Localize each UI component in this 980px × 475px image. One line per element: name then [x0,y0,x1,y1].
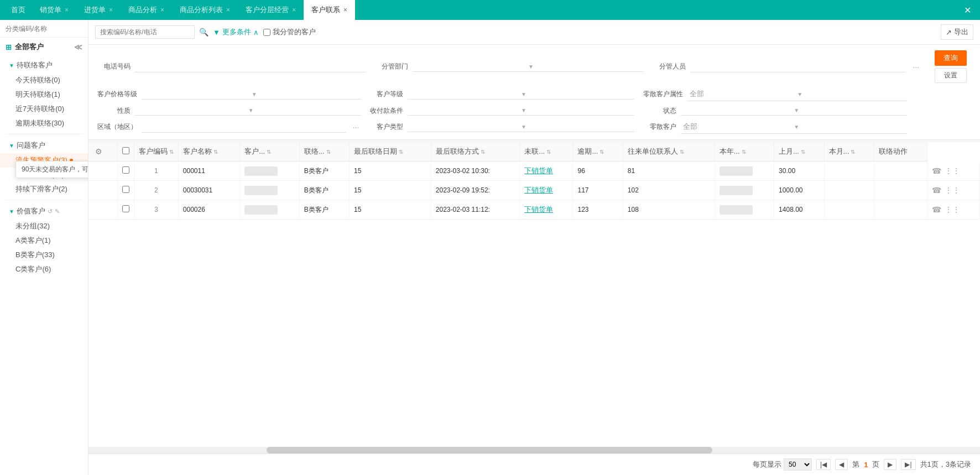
current-page: 1 [864,461,868,469]
sort-icon-uncontacted[interactable]: ⇅ [546,149,551,155]
sort-icon-last-month[interactable]: ⇅ [801,149,805,155]
close-window-button[interactable]: ✕ [960,5,976,15]
main-search-input[interactable] [95,25,195,39]
first-page-button[interactable]: |◀ [816,459,831,470]
filter-region-input[interactable] [142,121,346,133]
more-action-icon[interactable]: ⋮⋮ [945,166,960,175]
more-action-icon[interactable]: ⋮⋮ [945,186,960,195]
row-checkbox[interactable] [122,186,129,193]
all-customers-header[interactable]: ⊞ 全部客户 ≪ [0,38,88,56]
more-conditions-label: 更多条件 [222,27,251,37]
contact-type-link[interactable]: 下销货单 [524,205,553,213]
filter-payment-select[interactable]: ▼ [408,106,634,116]
tab-customer-tier[interactable]: 客户分层经营 × [238,0,304,20]
more-action-icon[interactable]: ⋮⋮ [945,205,960,214]
contact-action-icon[interactable]: ☎ [932,166,941,175]
row-contact-count: 15 [350,161,431,181]
more-conditions-button[interactable]: ▼ 更多条件 ∧ [213,27,259,37]
filter-region-label: 区域（地区） [97,122,137,132]
contact-type-link[interactable]: 下销货单 [524,186,553,194]
sidebar-item-tomorrow-contact[interactable]: 明天待联络(1) [0,87,88,102]
filter-status-select[interactable]: ▼ [681,106,907,116]
sidebar-item-class-a[interactable]: A类客户(1) [0,233,88,248]
filter-phone-input[interactable] [135,61,366,72]
refresh-icon[interactable]: ↺ [48,208,53,215]
contact-type-link[interactable]: 下销货单 [524,166,553,175]
tab-home[interactable]: 首页 [4,0,32,20]
last-page-button[interactable]: ▶| [901,459,915,470]
col-settings: ⚙ [88,142,117,161]
close-customer-tier-icon[interactable]: × [292,6,296,14]
sidebar-group-problem-header[interactable]: ▼ 问题客户 [0,138,88,153]
filter-retail-attr-select[interactable]: 全部 ▼ [687,87,907,101]
more-manager-icon[interactable]: ··· [910,62,921,71]
close-customer-contact-icon[interactable]: × [343,6,347,14]
sidebar-item-ungrouped[interactable]: 未分组(32) [0,219,88,233]
sort-icon-contact[interactable]: ⇅ [326,149,331,155]
close-product-analysis-icon[interactable]: × [160,6,164,14]
tab-product-list[interactable]: 商品分析列表 × [172,0,238,20]
row-checkbox[interactable] [122,166,129,174]
filter-customer-type-select[interactable]: ▼ [408,122,634,132]
horizontal-scrollbar[interactable] [88,447,980,453]
row-settings [88,161,117,181]
tab-sales[interactable]: 销货单 × [32,0,76,20]
sort-icon-overdue[interactable]: ⇅ [600,149,604,155]
search-button[interactable]: 🔍 [199,28,208,36]
scrollbar-thumb[interactable] [267,447,712,453]
sidebar-item-class-c-label: C类客户(6) [15,264,51,274]
my-customers-checkbox[interactable] [263,29,270,36]
next-page-button[interactable]: ▶ [884,459,896,470]
row-year-amount: 30.00 [774,161,824,181]
sort-icon-name[interactable]: ⇅ [213,149,218,155]
export-button[interactable]: ↗ 导出 [941,24,973,40]
filter-customer-grade-select[interactable]: ▼ [408,90,634,100]
sidebar-item-overdue-contact[interactable]: 逾期未联络(30) [0,116,88,131]
per-page-select[interactable]: 50 100 200 [784,458,812,471]
sort-icon-contacts[interactable]: ⇅ [680,149,684,155]
sidebar-item-class-c[interactable]: C类客户(6) [0,262,88,276]
sidebar-group-value-header[interactable]: ▼ 价值客户 ↺ ✎ [0,203,88,219]
close-product-list-icon[interactable]: × [226,6,230,14]
more-region-icon[interactable]: ··· [351,123,362,132]
close-sales-icon[interactable]: × [65,6,69,14]
tab-product-analysis[interactable]: 商品分析 × [121,0,172,20]
row-checkbox[interactable] [122,205,129,212]
sort-icon-year[interactable]: ⇅ [742,149,746,155]
sidebar-group-pending-header[interactable]: ▼ 待联络客户 [0,58,88,73]
sort-icon-type[interactable]: ⇅ [267,149,271,155]
close-purchase-icon[interactable]: × [109,6,113,14]
settings-button[interactable]: 设置 [935,68,967,83]
sidebar-item-today-contact[interactable]: 今天待联络(0) [0,73,88,87]
select-all-checkbox[interactable] [122,147,129,154]
filter-retail-select[interactable]: 全部 ▼ [681,120,907,134]
sidebar-search-input[interactable] [6,25,88,33]
filter-price-grade-select[interactable]: ▼ [142,90,361,100]
sort-icon-last-type[interactable]: ⇅ [481,149,485,155]
my-customers-label: 我分管的客户 [273,27,316,37]
contact-action-icon[interactable]: ☎ [932,186,941,195]
sort-icon-this-month[interactable]: ⇅ [851,149,855,155]
filter-manager-input[interactable] [690,61,906,72]
row-this-month-amount [874,161,927,181]
prev-page-button[interactable]: ◀ [835,459,848,470]
action-buttons: 查询 设置 [930,50,971,83]
sidebar-item-class-b[interactable]: B类客户(33) [0,248,88,262]
sort-icon-last-date[interactable]: ⇅ [399,149,403,155]
edit-icon[interactable]: ✎ [55,208,60,215]
pagination: 每页显示 50 100 200 |◀ ◀ 第 1 页 ▶ ▶| 共1页，3条记录 [88,453,980,475]
sidebar-item-declining[interactable]: 持续下滑客户(2) [0,182,88,196]
collapse-icon[interactable]: ≪ [74,43,82,51]
row-last-contact-date: 2023-02-09 19:52: [431,181,519,200]
query-button[interactable]: 查询 [935,50,967,66]
row-actions: ☎ ⋮⋮ [927,181,980,200]
sort-icon-code[interactable]: ⇅ [169,149,174,155]
filter-dept-select[interactable]: ▼ [413,62,644,72]
sidebar-item-7days-contact[interactable]: 近7天待联络(0) [0,102,88,116]
contact-action-icon[interactable]: ☎ [932,205,941,214]
tab-purchase[interactable]: 进货单 × [76,0,121,20]
col-code: 客户编码 ⇅ [134,142,178,161]
filter-nature-select[interactable]: ▼ [135,106,361,116]
tab-customer-contact[interactable]: 客户联系 × [304,0,355,20]
settings-gear-icon[interactable]: ⚙ [93,145,105,158]
